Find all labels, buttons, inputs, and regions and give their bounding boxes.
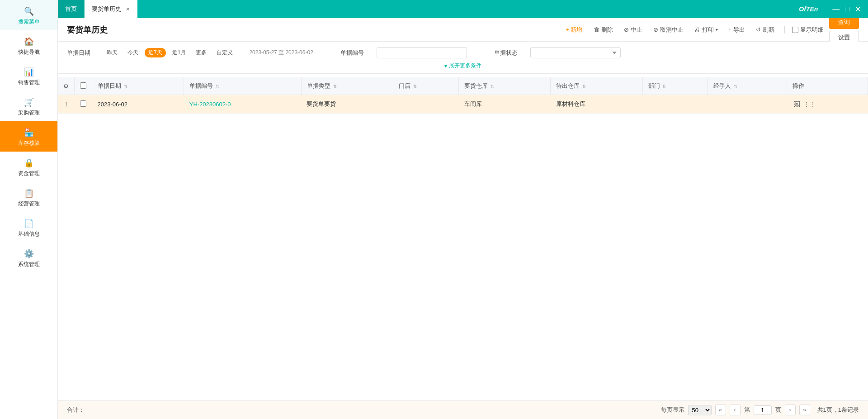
- query-settings-group: 查询 设置: [829, 18, 859, 44]
- date-range-display: 2023-05-27 至 2023-06-02: [249, 49, 313, 57]
- page-label-prefix: 第: [744, 406, 750, 414]
- toolbar-divider: [784, 26, 785, 33]
- basic-info-icon: 📄: [24, 219, 34, 229]
- col-doc-no[interactable]: 单据编号 ⇅: [184, 77, 302, 95]
- operations-icon: 📋: [24, 188, 34, 198]
- sidebar-item-basic-info[interactable]: 📄 基础信息: [0, 212, 57, 243]
- cell-actions-1: 🖼 ⋮⋮: [787, 95, 868, 114]
- sidebar-item-inventory-calc[interactable]: 🏪 库存核算: [0, 121, 57, 152]
- chip-yesterday[interactable]: 昨天: [103, 48, 121, 57]
- window-minimize[interactable]: —: [832, 5, 840, 13]
- tab-close-icon[interactable]: ✕: [126, 6, 130, 12]
- page-size-select[interactable]: 10 20 50 100: [688, 405, 712, 415]
- page-nav-next[interactable]: ›: [785, 405, 796, 415]
- page-nav-first[interactable]: «: [715, 405, 726, 415]
- new-button[interactable]: + 新增: [563, 24, 585, 36]
- date-chips: 昨天 今天 近7天 近1月 更多 自定义: [103, 48, 236, 57]
- display-detail-checkbox[interactable]: [792, 27, 798, 33]
- query-button[interactable]: 查询: [829, 18, 859, 29]
- row-select-checkbox-1[interactable]: [80, 100, 86, 107]
- chip-7days[interactable]: 近7天: [145, 48, 166, 57]
- display-detail-toggle[interactable]: 显示明细: [792, 26, 824, 34]
- content-wrapper: ⚙ 单据日期 ⇅ 单据编号 ⇅ 单据类型 ⇅ 门店 ⇅ 要货仓库 ⇅ 待出仓库 …: [58, 74, 868, 419]
- tab-home[interactable]: 首页: [58, 0, 85, 18]
- page-nav-last[interactable]: »: [799, 405, 810, 415]
- date-filter-label: 单据日期: [67, 49, 94, 57]
- col-doc-date[interactable]: 单据日期 ⇅: [92, 77, 184, 95]
- doc-no-input[interactable]: [377, 47, 467, 58]
- page-input[interactable]: [754, 405, 772, 415]
- chevron-down-icon: ▾: [444, 63, 447, 69]
- col-checkbox: [75, 77, 92, 95]
- refresh-icon: ↺: [756, 26, 761, 33]
- col-actions: 操作: [787, 77, 868, 95]
- sort-doc-no-icon: ⇅: [216, 84, 219, 89]
- chip-1month[interactable]: 近1月: [169, 48, 190, 57]
- print-icon: 🖨: [694, 26, 700, 33]
- tab-requisition-history[interactable]: 要货单历史 ✕: [85, 0, 137, 18]
- chip-more[interactable]: 更多: [192, 48, 210, 57]
- sort-dept-icon: ⇅: [662, 84, 666, 89]
- main-area: 首页 要货单历史 ✕ OfTEn — □ ✕ 要货单历史 + 新增 🗑 删除 ⊘: [58, 0, 868, 419]
- sort-handler-icon: ⇅: [734, 84, 737, 89]
- print-dropdown-icon: ▾: [716, 27, 718, 32]
- sidebar-item-quick-nav[interactable]: 🏠 快捷导航: [0, 30, 57, 61]
- chip-custom[interactable]: 自定义: [213, 48, 236, 57]
- refresh-button[interactable]: ↺ 刷新: [753, 24, 777, 36]
- row-view-btn-1[interactable]: 🖼: [792, 99, 802, 109]
- cancel-suspend-button[interactable]: ⊘ 取消中止: [651, 24, 686, 36]
- toolbar: + 新增 🗑 删除 ⊘ 中止 ⊘ 取消中止 🖨 打印 ▾: [563, 18, 859, 44]
- sidebar-item-search-menu[interactable]: 🔍 搜索菜单: [0, 0, 57, 30]
- row-more-btn-1[interactable]: ⋮⋮: [805, 99, 815, 109]
- col-doc-type[interactable]: 单据类型 ⇅: [301, 77, 393, 95]
- page-title: 要货单历史: [67, 24, 108, 35]
- cell-req-warehouse-1: 车间库: [459, 95, 551, 114]
- sidebar-item-operations-mgmt[interactable]: 📋 经营管理: [0, 182, 57, 212]
- select-all-checkbox[interactable]: [80, 82, 86, 89]
- col-department[interactable]: 部门 ⇅: [642, 77, 708, 95]
- doc-no-link-1[interactable]: YH-20230602-0: [189, 101, 231, 108]
- cell-department-1: [642, 95, 708, 114]
- cell-pending-warehouse-1: 原材料仓库: [551, 95, 642, 114]
- sidebar: 🔍 搜索菜单 🏠 快捷导航 📊 销售管理 🛒 采购管理 🏪 库存核算 🔒 资金管…: [0, 0, 58, 419]
- status-select[interactable]: [530, 47, 621, 58]
- chip-today[interactable]: 今天: [124, 48, 142, 57]
- page-content: 要货单历史 + 新增 🗑 删除 ⊘ 中止 ⊘ 取消中止 🖨 打印: [58, 18, 868, 419]
- doc-no-label: 单据编号: [340, 49, 368, 57]
- delete-button[interactable]: 🗑 删除: [591, 24, 616, 36]
- col-pending-warehouse[interactable]: 待出仓库 ⇅: [551, 77, 642, 95]
- print-button[interactable]: 🖨 打印 ▾: [692, 24, 721, 36]
- finance-icon: 🔒: [24, 158, 34, 168]
- col-handler[interactable]: 经手人 ⇅: [708, 77, 787, 95]
- total-label: 合计：: [67, 406, 85, 414]
- cancel-suspend-icon: ⊘: [653, 26, 658, 33]
- delete-icon: 🗑: [594, 26, 599, 33]
- sidebar-item-system-mgmt[interactable]: ⚙️ 系统管理: [0, 243, 57, 273]
- window-controls: OfTEn — □ ✕: [799, 5, 868, 14]
- table-footer: 合计： 每页显示 10 20 50 100 « ‹ 第 页 › »: [58, 400, 868, 419]
- export-button[interactable]: ↑ 导出: [726, 24, 748, 36]
- top-bar: 首页 要货单历史 ✕ OfTEn — □ ✕: [58, 0, 868, 18]
- sidebar-item-finance-mgmt[interactable]: 🔒 资金管理: [0, 152, 57, 182]
- sort-req-wh-icon: ⇅: [491, 84, 494, 89]
- col-store[interactable]: 门店 ⇅: [393, 77, 459, 95]
- purchase-icon: 🛒: [24, 97, 34, 107]
- status-label: 单据状态: [494, 49, 521, 57]
- page-nav-prev[interactable]: ‹: [730, 405, 741, 415]
- table-body: 1 2023-06-02 YH-20230602-0 要货单要货 车间库: [58, 95, 868, 114]
- window-close[interactable]: ✕: [855, 5, 861, 14]
- page-header: 要货单历史 + 新增 🗑 删除 ⊘ 中止 ⊘ 取消中止 🖨 打印: [58, 18, 868, 42]
- table-header-row: ⚙ 单据日期 ⇅ 单据编号 ⇅ 单据类型 ⇅ 门店 ⇅ 要货仓库 ⇅ 待出仓库 …: [58, 77, 868, 95]
- cell-store-1: [393, 95, 459, 114]
- inventory-icon: 🏪: [24, 128, 34, 138]
- window-maximize[interactable]: □: [845, 5, 849, 13]
- suspend-icon: ⊘: [624, 26, 629, 33]
- sidebar-item-sales-mgmt[interactable]: 📊 销售管理: [0, 61, 57, 91]
- sidebar-item-purchase-mgmt[interactable]: 🛒 采购管理: [0, 91, 57, 121]
- col-req-warehouse[interactable]: 要货仓库 ⇅: [459, 77, 551, 95]
- expand-more-btn[interactable]: ▾ 展开更多条件: [67, 62, 859, 70]
- suspend-button[interactable]: ⊘ 中止: [621, 24, 645, 36]
- cell-doc-date-1: 2023-06-02: [92, 95, 184, 114]
- table-row: 1 2023-06-02 YH-20230602-0 要货单要货 车间库: [58, 95, 868, 114]
- col-settings[interactable]: ⚙: [58, 77, 75, 95]
